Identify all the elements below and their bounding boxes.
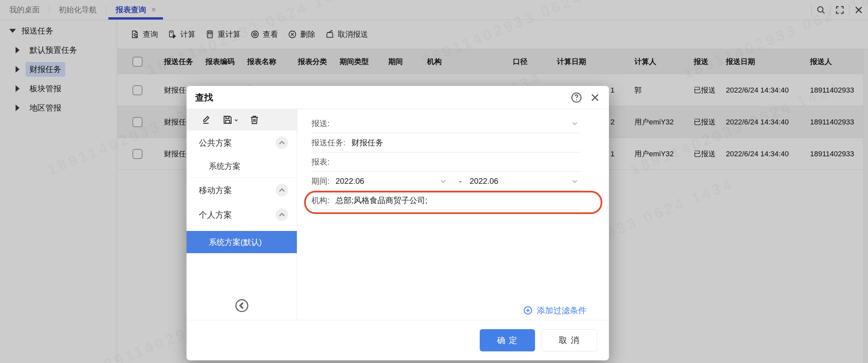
period-separator: - <box>459 176 462 186</box>
add-filter-link[interactable]: 添加过滤条件 <box>523 305 586 316</box>
ok-label: 确 定 <box>497 335 518 346</box>
scheme-group-label: 移动方案 <box>199 185 232 196</box>
field-label: 报送任务: <box>311 137 345 148</box>
cancel-button[interactable]: 取 消 <box>542 329 597 352</box>
collapse-up-icon[interactable] <box>276 136 288 149</box>
rename-icon[interactable] <box>201 114 212 125</box>
filter-form: 报送: 报送任务: 财报任务 报表: 期间: 2022.06 <box>297 109 609 320</box>
scheme-item-label: 系统方案(默认) <box>209 237 262 248</box>
collapse-panel-icon[interactable] <box>234 298 249 313</box>
scheme-group-personal-header[interactable]: 个人方案 <box>187 202 297 227</box>
collapse-up-icon[interactable] <box>276 208 288 221</box>
dialog-footer: 确 定 取 消 <box>187 320 609 360</box>
scheme-group-label: 个人方案 <box>199 210 232 220</box>
scheme-toolbar <box>187 109 297 131</box>
field-label: 报送: <box>311 118 330 129</box>
period-from-value: 2022.06 <box>336 176 365 186</box>
scheme-group-label: 公共方案 <box>199 137 232 148</box>
field-period[interactable]: 期间: 2022.06 - 2022.06 <box>311 171 581 191</box>
find-dialog: 查找 <box>187 86 609 360</box>
field-submit-task[interactable]: 报送任务: 财报任务 <box>311 133 581 152</box>
field-value: 财报任务 <box>351 137 383 148</box>
dialog-close-icon[interactable] <box>590 92 600 103</box>
save-scheme-icon[interactable] <box>222 114 239 125</box>
chevron-down-icon[interactable] <box>571 120 579 127</box>
scheme-group-public-header[interactable]: 公共方案 <box>187 131 297 155</box>
plus-circle-icon <box>523 306 533 315</box>
chevron-down-icon[interactable] <box>571 177 579 185</box>
ok-button[interactable]: 确 定 <box>480 329 535 352</box>
chevron-down-icon[interactable] <box>440 177 447 185</box>
scheme-item-label: 系统方案 <box>209 161 241 171</box>
period-to-value: 2022.06 <box>469 176 498 186</box>
scheme-item-system[interactable]: 系统方案 <box>187 155 297 177</box>
scheme-group-public: 公共方案 系统方案 <box>187 131 297 178</box>
collapse-up-icon[interactable] <box>276 184 288 196</box>
dialog-header: 查找 <box>187 86 609 109</box>
field-submit-status[interactable]: 报送: <box>311 114 581 133</box>
field-value: 总部;风格食品商贸子公司; <box>336 195 427 206</box>
field-label: 期间: <box>311 176 330 187</box>
scheme-panel: 公共方案 系统方案 移动方案 个人方案 系统方案(默认) <box>187 109 297 320</box>
field-report[interactable]: 报表: <box>311 152 581 171</box>
add-filter-label: 添加过滤条件 <box>537 305 586 316</box>
cancel-label: 取 消 <box>559 335 580 346</box>
field-label: 报表: <box>311 157 330 167</box>
scheme-item-system-default[interactable]: 系统方案(默认) <box>187 231 297 253</box>
scheme-group-mobile-header[interactable]: 移动方案 <box>187 178 297 202</box>
help-icon[interactable] <box>570 91 582 104</box>
dialog-title: 查找 <box>195 91 213 104</box>
field-organization[interactable]: 机构: 总部;风格食品商贸子公司; <box>311 191 581 210</box>
delete-scheme-icon[interactable] <box>249 114 260 125</box>
field-label: 机构: <box>311 195 330 206</box>
